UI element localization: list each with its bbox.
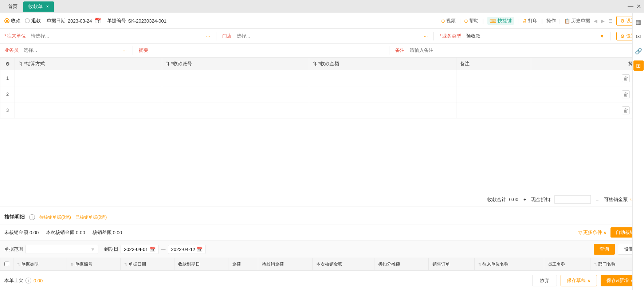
row1-account[interactable]: [162, 70, 309, 86]
receipt-table: ⚙ ⇅ *结算方式 ⇅ *收款账号 ⇅ *收款金额 备注 操作 1: [0, 57, 644, 118]
tab-bar-right: — ✕: [628, 3, 641, 10]
select-all-checkbox[interactable]: [4, 262, 9, 266]
divider-5: [389, 46, 389, 55]
business-type-arrow-icon[interactable]: ▼: [600, 34, 604, 39]
table-gear-icon[interactable]: ⚙: [5, 61, 10, 67]
tab-receipt[interactable]: 收款单 ×: [23, 1, 54, 12]
discount-input[interactable]: [554, 195, 591, 204]
row2-account[interactable]: [162, 86, 309, 102]
divider-3: [610, 32, 610, 40]
history-icon: 📋: [564, 18, 570, 24]
radio-refund[interactable]: 退款: [25, 17, 41, 24]
verify-filter: 单据范围 ▼ 到期日 2022-04-01 📅 — 2022-04-12 📅: [0, 241, 644, 258]
vcol-number: ⇅ 单据编号: [67, 258, 121, 271]
action-print[interactable]: 🖨 打印: [522, 17, 538, 24]
col-note: 备注: [456, 58, 531, 70]
summary-input[interactable]: [151, 46, 383, 54]
action-shortcut[interactable]: ⌨ 快捷键: [487, 17, 514, 25]
tab-pending[interactable]: 待核销单据(0笔): [39, 214, 71, 220]
store-input[interactable]: [235, 32, 420, 40]
table-row: 1 🗑 ⧉: [0, 70, 644, 86]
vcol-current: 本次核销金额: [312, 258, 374, 271]
list-view-icon[interactable]: ☰: [608, 18, 613, 24]
vcol-settings[interactable]: [0, 258, 13, 271]
query-button[interactable]: 查询: [594, 244, 615, 255]
data-table-wrapper: ⚙ ⇅ *结算方式 ⇅ *收款账号 ⇅ *收款金额 备注 操作 1: [0, 57, 644, 192]
divider-4: [133, 46, 133, 55]
filter-icon: ▽: [578, 230, 582, 235]
arrow-right-icon[interactable]: ▶: [601, 18, 605, 24]
store-more-icon[interactable]: ···: [424, 34, 428, 39]
salesperson-more-icon[interactable]: ···: [123, 48, 127, 53]
action-operations[interactable]: 操作: [546, 17, 556, 24]
col-action: 操作: [531, 58, 644, 70]
more-conditions-button[interactable]: ▽ 更多条件 ∧: [578, 229, 607, 236]
row2-settlement[interactable]: [15, 86, 162, 102]
toolbar-right: ⊙ 视频 | ⊙ 帮助 | ⌨ 快捷键 | 🖨 打印 | 操作 |: [441, 16, 640, 26]
sidebar-link-icon[interactable]: 🔗: [633, 46, 644, 56]
date-to-icon[interactable]: 📅: [197, 247, 203, 252]
row2-note[interactable]: [456, 86, 531, 102]
row1-amount[interactable]: [309, 70, 456, 86]
note-input[interactable]: [408, 46, 640, 54]
action-help[interactable]: ⊙ 帮助: [464, 17, 479, 24]
sidebar-screenshot-icon[interactable]: ⊞: [633, 60, 644, 71]
date-to-field: 2022-04-12 📅: [168, 245, 206, 254]
row3-amount[interactable]: [309, 102, 456, 118]
sidebar-email-icon[interactable]: ✉: [633, 31, 644, 42]
row1-settlement[interactable]: [15, 70, 162, 86]
sidebar-table-icon[interactable]: ▦: [633, 17, 644, 27]
footer-info-icon[interactable]: i: [25, 278, 31, 283]
vcol-pending: 待核销金额: [258, 258, 312, 271]
store-field: 门店 ···: [222, 32, 428, 40]
right-sidebar: ▦ ✉ 🔗 ⊞: [632, 13, 644, 290]
radio-receipt[interactable]: 收款: [4, 17, 20, 24]
row3-settlement[interactable]: [15, 102, 162, 118]
abandon-button[interactable]: 放弃: [532, 275, 557, 286]
verify-info-icon[interactable]: i: [29, 214, 35, 220]
date-field: 单据日期 2023-03-24 📅: [47, 17, 101, 24]
window-minimize-icon[interactable]: —: [628, 3, 633, 10]
receipt-type-radio-group: 收款 退款: [4, 17, 41, 24]
vcol-due-date: 收款到期日: [174, 258, 228, 271]
filter-date-field: 到期日 2022-04-01 📅 — 2022-04-12 📅: [104, 245, 206, 254]
tab-done[interactable]: 已核销单据(0笔): [75, 214, 107, 220]
verification-section: 核销明细 i 待核销单据(0笔) 已核销单据(0笔) 未核销金额 0.00 本次…: [0, 210, 644, 271]
row1-delete-icon[interactable]: 🗑: [622, 74, 630, 82]
range-select[interactable]: ▼: [25, 245, 98, 254]
form-row-1: *往来单位 ··· 门店 ··· *业务类型 预收款 ▼ ⚙ 设置: [0, 29, 644, 44]
note-field: 备注: [395, 46, 640, 54]
counterpart-input[interactable]: [29, 32, 203, 40]
divider-1: [216, 32, 216, 40]
row3-delete-icon[interactable]: 🗑: [622, 106, 630, 114]
salesperson-input[interactable]: [21, 46, 119, 54]
range-select-arrow-icon: ▼: [90, 247, 95, 252]
counterpart-more-icon[interactable]: ···: [206, 34, 210, 39]
main-content: 收款 退款 单据日期 2023-03-24 📅 单据编号 SK-20230324…: [0, 13, 644, 290]
tab-home[interactable]: 首页: [3, 1, 23, 12]
vcol-employee: 员工名称: [544, 258, 590, 271]
row2-delete-icon[interactable]: 🗑: [622, 90, 630, 98]
col-amount: ⇅ *收款金额: [309, 58, 456, 70]
calendar-icon[interactable]: 📅: [94, 17, 101, 24]
window-close-icon[interactable]: ✕: [636, 3, 641, 10]
action-video[interactable]: ⊙ 视频: [441, 17, 456, 24]
summary-field: 摘要: [139, 46, 383, 54]
arrow-left-icon[interactable]: ◀: [594, 18, 597, 24]
row3-note[interactable]: [456, 102, 531, 118]
print-icon: 🖨: [522, 18, 527, 24]
row1-note[interactable]: [456, 70, 531, 86]
row3-account[interactable]: [162, 102, 309, 118]
save-draft-button[interactable]: 保存草稿 ∧: [561, 275, 597, 286]
action-history[interactable]: 📋 历史单据: [564, 17, 590, 24]
date-from-icon[interactable]: 📅: [150, 247, 156, 252]
gear-icon-form: ⚙: [620, 34, 625, 39]
row2-amount[interactable]: [309, 86, 456, 102]
vcol-discount: 折扣分摊额: [374, 258, 428, 271]
tab-close-icon[interactable]: ×: [46, 4, 49, 9]
verify-right-actions: ▽ 更多条件 ∧ 自动核销: [578, 227, 640, 238]
stat-unverified: 未核销金额 0.00: [4, 229, 39, 236]
radio-receipt-circle: [4, 18, 9, 23]
col-settings[interactable]: ⚙: [0, 58, 15, 70]
video-icon: ⊙: [441, 18, 445, 24]
